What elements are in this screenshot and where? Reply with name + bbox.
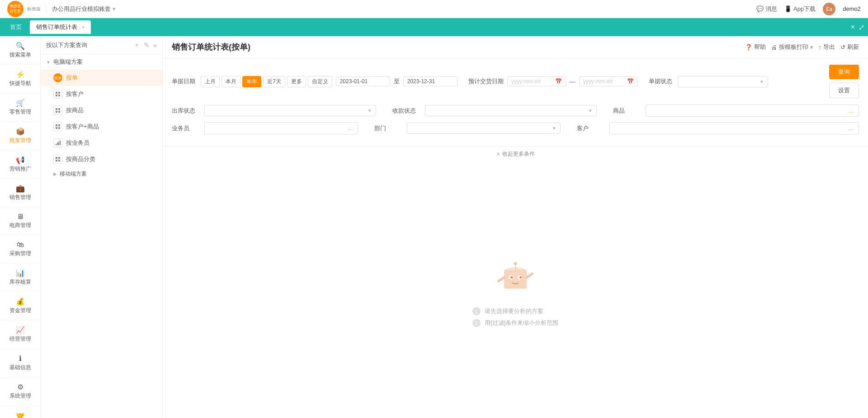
app-selector[interactable]: 办公用品行业模拟账套 ▾ — [52, 5, 116, 13]
sidebar-item-ecommerce[interactable]: 🖥 电商管理 — [0, 207, 40, 235]
sidebar-item-quick-nav[interactable]: ⚡ 快捷导航 — [0, 65, 40, 93]
settings-button[interactable]: 设置 — [829, 83, 859, 98]
sidebar-item-finance[interactable]: 💰 资金管理 — [0, 292, 40, 320]
date-btn-last-month[interactable]: 上月 — [201, 76, 220, 87]
scheme-by-customer-goods-label: 按客户+商品 — [66, 123, 99, 131]
sidebar-item-search-label: 搜索菜单 — [4, 51, 37, 59]
avatar[interactable]: Ea — [823, 3, 835, 15]
mobile-scheme-group[interactable]: ▶ 移动端方案 — [41, 167, 162, 180]
scheme-by-goods-icon — [53, 106, 62, 115]
basic-icon: ℹ — [4, 354, 37, 363]
sidebar-item-sales[interactable]: 💼 销售管理 — [0, 179, 40, 207]
print-icon: 🖨 — [771, 44, 777, 51]
sidebar-item-marketing[interactable]: 📢 营销推广 — [0, 150, 40, 179]
svg-rect-4 — [56, 108, 57, 110]
sidebar-item-retail-label: 零售管理 — [4, 108, 37, 116]
print-label: 按模板打印 — [779, 43, 808, 51]
collapse-panel-button[interactable]: « — [153, 41, 157, 49]
edit-scheme-button[interactable]: ✎ — [144, 41, 150, 49]
message-button[interactable]: 💬 消息 — [756, 5, 777, 13]
search-icon: 🔍 — [4, 42, 37, 50]
delivery-date-end[interactable]: yyyy-mm-dd 📅 — [579, 76, 638, 86]
svg-rect-17 — [58, 157, 60, 159]
date-btn-this-month[interactable]: 本月 — [222, 76, 241, 87]
tab-minimize-icon[interactable]: × — [851, 23, 855, 32]
query-col: 查询 设置 — [829, 65, 859, 98]
scheme-by-customer-label: 按客户 — [66, 90, 84, 98]
customer-dots[interactable]: … — [848, 125, 854, 132]
customer-input[interactable]: … — [609, 122, 859, 134]
scheme-item-by-customer[interactable]: 按客户 — [41, 86, 162, 102]
date-btn-last-7-days[interactable]: 近7天 — [263, 76, 285, 87]
sidebar-item-system[interactable]: ⚙ 系统管理 — [0, 377, 40, 406]
department-select[interactable]: ▾ — [407, 123, 561, 134]
message-label: 消息 — [765, 5, 777, 13]
date-range-start[interactable]: 2023-01-01 — [336, 76, 390, 86]
app-download-button[interactable]: 📱 App下载 — [784, 5, 816, 13]
salesperson-input[interactable]: … — [204, 122, 358, 134]
empty-tip-1: 1 请先选择要分析的方案 — [472, 305, 559, 317]
finance-icon: 💰 — [4, 297, 37, 306]
ship-status-dropdown-icon: ▾ — [368, 108, 371, 114]
sidebar-item-wholesale[interactable]: 📦 批发管理 — [0, 122, 40, 150]
sidebar-item-inventory[interactable]: 📊 库存核算 — [0, 263, 40, 292]
tab-sales-stats[interactable]: 销售订单统计表 × — [30, 20, 91, 34]
export-button[interactable]: ↑ 导出 — [819, 43, 835, 51]
svg-rect-19 — [58, 160, 60, 162]
delivery-date-start-placeholder: yyyy-mm-dd — [511, 78, 541, 85]
goods-input[interactable]: … — [646, 104, 859, 117]
payment-status-select[interactable]: ▾ — [425, 105, 597, 116]
sidebar-item-finance-label: 资金管理 — [4, 307, 37, 314]
sidebar-item-search-menu[interactable]: 🔍 搜索菜单 — [0, 36, 40, 65]
sidebar-item-operations[interactable]: 📈 经营管理 — [0, 320, 40, 349]
svg-rect-16 — [56, 157, 57, 159]
department-dropdown-icon: ▾ — [553, 125, 556, 131]
customer-label: 客户 — [577, 124, 602, 133]
svg-point-26 — [514, 262, 517, 265]
ship-status-select[interactable]: ▾ — [204, 105, 376, 116]
marketing-icon: 📢 — [4, 156, 37, 164]
svg-rect-7 — [58, 111, 60, 113]
svg-rect-10 — [56, 127, 57, 129]
delivery-date-end-placeholder: yyyy-mm-dd — [583, 78, 613, 85]
tab-close-icon[interactable]: × — [82, 24, 85, 30]
print-dropdown-icon[interactable]: ▾ — [810, 44, 813, 51]
sidebar-item-basic[interactable]: ℹ 基础信息 — [0, 349, 40, 377]
scheme-item-by-category[interactable]: 按商品分类 — [41, 151, 162, 167]
filter-area: 单据日期 上月 本月 本年 近7天 更多 自定义 2023-01-01 至 2 — [163, 58, 868, 146]
collapse-bar[interactable]: ∧ 收起更多条件 — [163, 146, 868, 162]
status-select[interactable]: ▾ — [678, 76, 768, 87]
calendar-start-icon: 📅 — [555, 78, 562, 85]
date-btn-this-year[interactable]: 本年 — [242, 76, 261, 87]
sidebar-item-sales-label: 销售管理 — [4, 194, 37, 201]
scheme-item-by-goods[interactable]: 按商品 — [41, 102, 162, 119]
scheme-item-by-customer-goods[interactable]: 按客户+商品 — [41, 119, 162, 135]
sidebar-item-coop[interactable]: 🤝 企业协同 — [0, 406, 40, 418]
scheme-item-by-salesperson[interactable]: 按业务员 — [41, 135, 162, 151]
sidebar-item-operations-label: 经营管理 — [4, 335, 37, 343]
salesperson-dots[interactable]: … — [347, 125, 353, 132]
tab-home[interactable]: 首页 — [4, 20, 28, 34]
goods-dots[interactable]: … — [848, 107, 854, 114]
print-button[interactable]: 🖨 按模板打印 ▾ — [771, 43, 813, 51]
pc-scheme-group-header[interactable]: ▼ 电脑端方案 — [41, 54, 162, 70]
sidebar-item-basic-label: 基础信息 — [4, 364, 37, 371]
refresh-button[interactable]: ↺ 刷新 — [840, 43, 859, 51]
add-scheme-button[interactable]: ＋ — [133, 41, 140, 49]
date-btn-more[interactable]: 更多 — [287, 76, 306, 87]
date-range-end-text: 2023-12-31 — [407, 78, 435, 85]
delivery-date-start[interactable]: yyyy-mm-dd 📅 — [507, 76, 566, 86]
date-range-end[interactable]: 2023-12-31 — [403, 76, 458, 86]
empty-illustration — [493, 251, 538, 296]
sidebar-item-purchase[interactable]: 🛍 采购管理 — [0, 235, 40, 263]
query-button[interactable]: 查询 — [829, 65, 859, 79]
svg-point-23 — [510, 276, 513, 278]
system-icon: ⚙ — [4, 383, 37, 391]
wholesale-icon: 📦 — [4, 127, 37, 136]
brand-logo-text: 畅捷通好生意 — [10, 4, 21, 14]
scheme-item-by-order[interactable]: 按单 按单 — [41, 70, 162, 86]
tab-maximize-icon[interactable]: ⤢ — [859, 23, 864, 32]
date-btn-custom[interactable]: 自定义 — [308, 76, 332, 87]
sidebar-item-retail[interactable]: 🛒 零售管理 — [0, 93, 40, 122]
help-button[interactable]: ❓ 帮助 — [745, 43, 766, 51]
